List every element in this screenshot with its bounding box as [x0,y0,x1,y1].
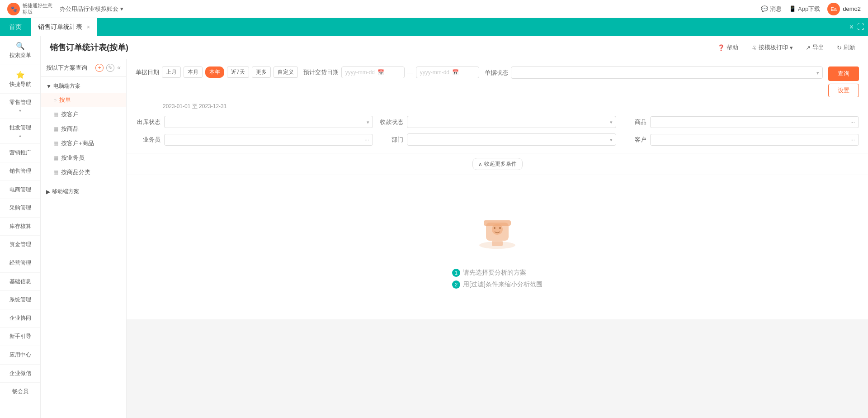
payment-status-select[interactable] [407,116,616,128]
collapse-button[interactable]: ∧ 收起更多条件 [472,158,523,170]
scheme-item-customer-product[interactable]: ▦ 按客户+商品 [41,136,126,151]
sidebar-item-system[interactable]: 系统管理 [0,291,40,309]
minimize-icon[interactable]: × [849,23,854,31]
chevron-down-icon: ▾ [790,44,793,51]
sidebar-item-wholesale[interactable]: 批发管理 ▴ [0,119,40,144]
date-range-display: 2023-01-01 至 2023-12-31 [136,103,859,110]
maximize-icon[interactable]: ⛶ [857,23,864,31]
add-scheme-button[interactable]: + [95,64,104,72]
svg-point-4 [494,227,495,229]
query-button[interactable]: 查询 [828,66,859,81]
filter-row-1: 单据日期 上月 本月 本年 近7天 更多 自定义 预计交货日期 yyyy-mm-… [136,66,859,97]
tab-home[interactable]: 首页 [0,18,31,36]
nav-label: 快捷导航 [9,81,31,88]
sidebar-item-operations[interactable]: 经营管理 [0,254,40,273]
sidebar-item-nav[interactable]: ⭐ 快捷导航 [0,65,40,94]
help-button[interactable]: ❓ 帮助 [714,42,742,53]
content-area: 销售订单统计表(按单) ❓ 帮助 🖨 按模板打印 ▾ ↗ 导出 ↻ 刷新 [41,36,868,418]
sidebar-item-wechat[interactable]: 企业微信 [0,365,40,383]
logo-text: 畅捷通好生意 标版 [23,3,52,14]
collapse-scheme-button[interactable]: « [117,64,121,72]
sidebar-item-enterprise[interactable]: 企业协同 [0,309,40,328]
status-select[interactable] [511,66,823,79]
sidebar-item-marketing[interactable]: 营销推广 [0,144,40,162]
sidebar-item-inventory[interactable]: 库存核算 [0,218,40,236]
collapse-label: 收起更多条件 [484,160,517,168]
date-end-placeholder: yyyy-mm-dd [420,69,449,76]
grid-icon: ▦ [53,126,58,132]
active-tab-label: 销售订单统计表 [38,23,82,31]
sidebar-item-search[interactable]: 🔍 搜索菜单 [0,36,40,65]
scheme-item-product[interactable]: ▦ 按商品 [41,122,126,136]
date-end-input[interactable]: yyyy-mm-dd 📅 [416,66,479,78]
tab-home-label: 首页 [9,23,22,31]
sidebar-item-app-center[interactable]: 应用中心 [0,346,40,365]
scheme-item-salesperson[interactable]: ▦ 按业务员 [41,151,126,165]
product-more-btn[interactable]: ··· [850,119,855,125]
pc-group-label: 电脑端方案 [53,82,80,90]
salesperson-cell: 业务员 ··· [136,134,373,146]
sidebar-item-retail[interactable]: 零售管理 ▾ [0,94,40,119]
empty-tips: 1 请先选择要分析的方案 2 用[过滤]条件来缩小分析范围 [452,269,542,292]
print-label: 按模板打印 [759,43,788,52]
date-custom-btn[interactable]: 自定义 [274,66,298,78]
app-selector[interactable]: 办公用品行业模拟账套 ▾ [56,3,127,15]
date-last-7-btn[interactable]: 近7天 [227,66,249,78]
help-icon: ❓ [717,44,725,51]
date-this-year-btn[interactable]: 本年 [205,66,224,78]
search-icon: 🔍 [16,42,25,50]
tip1-text: 请先选择要分析的方案 [463,269,526,277]
chevron-down-icon: ▾ [120,5,123,12]
date-this-month-btn[interactable]: 本月 [184,66,203,78]
customer-more-btn[interactable]: ··· [850,137,855,143]
sidebar-item-purchase[interactable]: 采购管理 [0,199,40,218]
tab-active[interactable]: 销售订单统计表 × [31,18,97,36]
date-filter-group: 单据日期 上月 本月 本年 近7天 更多 自定义 [136,66,298,78]
sidebar-item-newbie[interactable]: 新手引导 [0,328,40,346]
edit-scheme-button[interactable]: ✎ [106,64,114,72]
date-last-month-btn[interactable]: 上月 [162,66,181,78]
tab-bar: 首页 销售订单统计表 × × ⛶ [0,18,868,36]
sidebar-item-basic[interactable]: 基础信息 [0,273,40,291]
page-title: 销售订单统计表(按单) [50,42,128,53]
salesperson-more-btn[interactable]: ··· [364,137,369,143]
help-label: 帮助 [726,43,738,52]
user-profile[interactable]: Ea demo2 [827,3,861,15]
refresh-label: 刷新 [844,43,855,52]
sidebar-item-member[interactable]: 畅会员 [0,383,40,401]
print-icon: 🖨 [751,44,757,51]
print-button[interactable]: 🖨 按模板打印 ▾ [747,42,797,53]
status-filter-group: 单据状态 [485,66,823,79]
settings-button[interactable]: 设置 [828,84,859,97]
scheme-header-actions: + ✎ « [95,64,121,72]
tab-close-button[interactable]: × [87,24,90,30]
scheme-item-category[interactable]: ▦ 按商品分类 [41,165,126,180]
scheme-item-customer[interactable]: ▦ 按客户 [41,107,126,122]
sidebar-item-ecommerce[interactable]: 电商管理 [0,181,40,200]
export-icon: ↗ [806,44,811,51]
mobile-group-title[interactable]: ▶ 移动端方案 [41,185,126,198]
date-separator: — [407,69,413,76]
date-start-input[interactable]: yyyy-mm-dd 📅 [341,66,405,78]
refresh-button[interactable]: ↻ 刷新 [833,42,859,53]
message-button[interactable]: 💬 消息 [761,5,782,13]
main-layout: 🔍 搜索菜单 ⭐ 快捷导航 零售管理 ▾ 批发管理 ▴ 营销推广 销售管理 电商… [0,36,868,418]
payment-status-label: 收款状态 [378,118,403,126]
ship-status-select[interactable] [164,116,373,128]
download-icon: 📱 [789,5,796,12]
date-more-btn[interactable]: 更多 [252,66,271,78]
pc-group-title[interactable]: ▼ 电脑端方案 [41,80,126,93]
sidebar-item-sales[interactable]: 销售管理 [0,162,40,181]
top-bar: 🐾 畅捷通好生意 标版 办公用品行业模拟账套 ▾ 💬 消息 📱 App下载 Ea… [0,0,868,18]
grid-icon: ▦ [53,169,58,176]
filter-row-3: 业务员 ··· 部门 [136,133,859,146]
scheme-item-single[interactable]: ○ 按单 [41,93,126,107]
dept-select[interactable] [407,133,616,146]
export-button[interactable]: ↗ 导出 [802,42,828,53]
app-download-button[interactable]: 📱 App下载 [789,5,820,13]
sidebar-item-finance[interactable]: 资金管理 [0,236,40,254]
main-content: 单据日期 上月 本月 本年 近7天 更多 自定义 预计交货日期 yyyy-mm-… [127,59,868,418]
mobile-group-label: 移动端方案 [52,188,79,195]
grid-icon: ▦ [53,140,58,147]
filter-area: 单据日期 上月 本月 本年 近7天 更多 自定义 预计交货日期 yyyy-mm-… [127,59,868,153]
